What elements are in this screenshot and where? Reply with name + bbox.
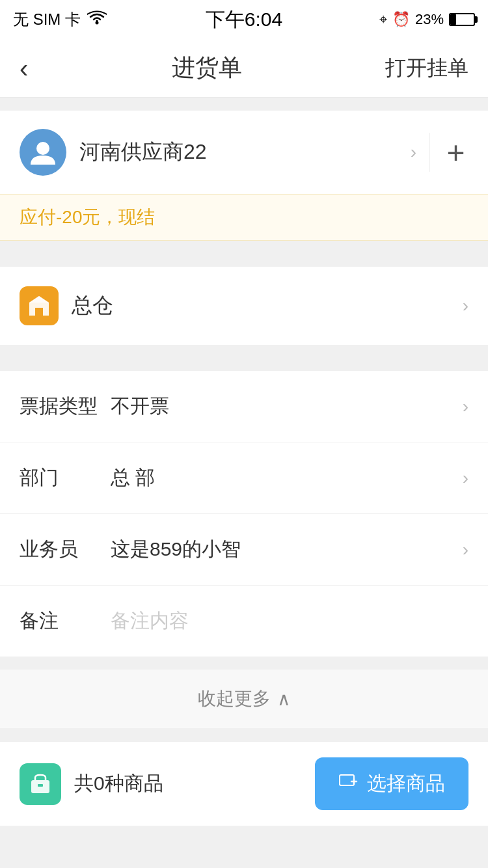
section-gap-3	[0, 345, 488, 358]
collapse-row[interactable]: 收起更多 ∧	[0, 670, 488, 728]
svg-rect-2	[35, 308, 43, 316]
nav-bar: ‹ 进货单 打开挂单	[0, 39, 488, 98]
svg-rect-5	[340, 775, 354, 785]
notice-text: 应付-20元，现结	[20, 207, 155, 227]
status-right: ⌖ ⏰ 23%	[379, 11, 475, 28]
supplier-add-button[interactable]: +	[429, 133, 468, 172]
back-button[interactable]: ‹	[20, 55, 28, 81]
carrier-text: 无 SIM 卡	[13, 9, 81, 30]
wifi-icon	[87, 10, 107, 29]
location-icon: ⌖	[379, 11, 387, 28]
battery-icon	[449, 13, 475, 26]
bottom-bar: 共0种商品 选择商品	[0, 741, 488, 826]
value-remark-placeholder: 备注内容	[111, 608, 468, 634]
label-remark: 备注	[20, 608, 111, 634]
form-row-ticket-type[interactable]: 票据类型 不开票 ›	[0, 371, 488, 442]
status-left: 无 SIM 卡	[13, 9, 107, 30]
select-product-text: 选择商品	[367, 770, 445, 797]
form-row-remark[interactable]: 备注 备注内容	[0, 586, 488, 657]
svg-rect-4	[38, 784, 43, 787]
collapse-icon: ∧	[277, 688, 291, 710]
status-bar: 无 SIM 卡 下午6:04 ⌖ ⏰ 23%	[0, 0, 488, 39]
page-bottom-fill	[0, 826, 488, 868]
section-gap-1	[0, 98, 488, 111]
select-product-button[interactable]: 选择商品	[315, 757, 468, 810]
label-ticket-type: 票据类型	[20, 393, 111, 420]
battery-text: 23%	[415, 11, 444, 28]
warehouse-arrow-icon: ›	[463, 295, 468, 316]
select-product-icon	[338, 771, 359, 796]
label-department: 部门	[20, 465, 111, 491]
supplier-arrow-icon: ›	[411, 142, 416, 163]
supplier-section: 河南供应商22 › + 应付-20元，现结	[0, 111, 488, 241]
product-icon	[20, 763, 61, 805]
product-count-text: 共0种商品	[74, 770, 315, 797]
svg-point-1	[36, 142, 49, 155]
value-ticket-type: 不开票	[111, 393, 463, 420]
salesperson-arrow-icon: ›	[463, 539, 468, 560]
warehouse-icon	[20, 286, 59, 325]
add-icon: +	[446, 135, 465, 170]
form-row-salesperson[interactable]: 业务员 这是859的小智 ›	[0, 514, 488, 586]
value-salesperson: 这是859的小智	[111, 536, 463, 563]
open-pending-button[interactable]: 打开挂单	[385, 54, 468, 83]
notice-bar: 应付-20元，现结	[0, 194, 488, 241]
department-arrow-icon: ›	[463, 468, 468, 489]
supplier-row[interactable]: 河南供应商22 › +	[0, 111, 488, 194]
svg-point-0	[96, 21, 99, 25]
section-gap-4	[0, 728, 488, 741]
status-time: 下午6:04	[206, 7, 282, 33]
supplier-name: 河南供应商22	[79, 138, 411, 167]
form-section: 票据类型 不开票 › 部门 总 部 › 业务员 这是859的小智 › 备注 备注…	[0, 371, 488, 657]
supplier-avatar	[20, 129, 66, 176]
warehouse-name: 总仓	[72, 292, 463, 320]
section-gap-2	[0, 241, 488, 254]
ticket-type-arrow-icon: ›	[463, 396, 468, 417]
form-row-department[interactable]: 部门 总 部 ›	[0, 442, 488, 514]
page-title: 进货单	[172, 52, 242, 84]
collapse-text: 收起更多	[198, 686, 271, 711]
label-salesperson: 业务员	[20, 536, 111, 563]
warehouse-row[interactable]: 总仓 ›	[0, 267, 488, 345]
alarm-icon: ⏰	[392, 11, 410, 28]
value-department: 总 部	[111, 465, 463, 491]
